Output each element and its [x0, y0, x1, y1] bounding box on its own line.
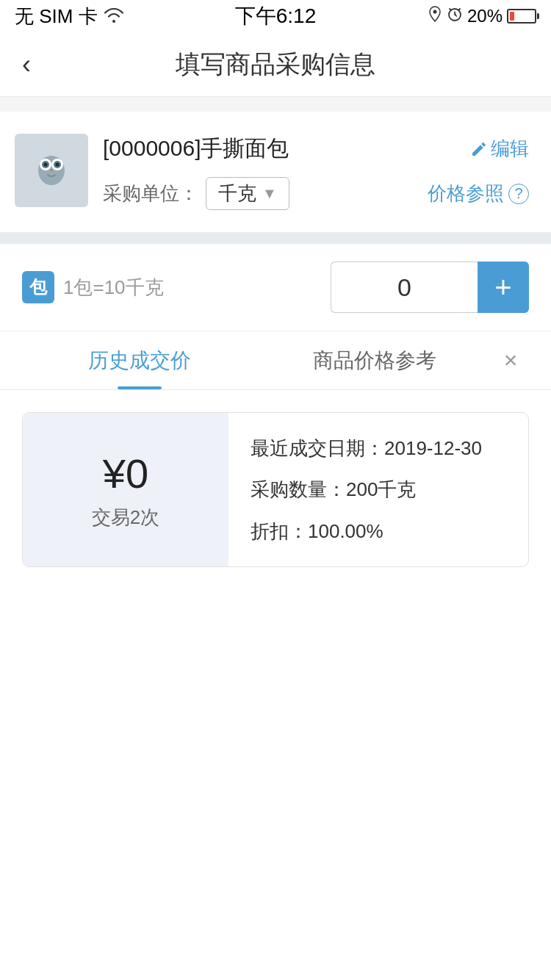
page-rest	[0, 589, 551, 980]
tab-panel: 历史成交价 商品价格参考 × ¥0 交易2次 最近成交日期：2019-12-30…	[0, 331, 551, 589]
purchase-qty-value: 200千克	[346, 478, 416, 500]
carrier-text: 无 SIM 卡	[15, 4, 98, 29]
quantity-plus-button[interactable]: +	[478, 262, 529, 313]
battery-percent: 20%	[467, 6, 503, 26]
price-right-panel: 最近成交日期：2019-12-30 采购数量：200千克 折扣：100.00%	[228, 413, 528, 566]
tab-history-price[interactable]: 历史成交价	[22, 331, 257, 389]
quantity-row: 包 1包=10千克 +	[0, 244, 551, 331]
unit-box: 包	[22, 271, 54, 303]
price-left-panel: ¥0 交易2次	[23, 413, 228, 566]
status-time: 下午6:12	[235, 2, 317, 30]
recent-date-label: 最近成交日期：	[251, 437, 384, 459]
tab-underline	[118, 386, 162, 389]
purchase-qty-label: 采购数量：	[251, 478, 346, 500]
tab-product-price-ref[interactable]: 商品价格参考	[257, 331, 492, 389]
price-value: 0	[126, 450, 148, 497]
quantity-input[interactable]	[331, 262, 478, 313]
status-left: 无 SIM 卡	[15, 4, 124, 29]
alarm-icon	[447, 6, 463, 26]
tab-history-price-label: 历史成交价	[88, 347, 191, 375]
recent-date-row: 最近成交日期：2019-12-30	[251, 435, 506, 461]
product-info: [0000006]手撕面包 编辑 采购单位： 千克 ▼	[103, 134, 529, 210]
tab-bar: 历史成交价 商品价格参考 ×	[0, 331, 551, 390]
discount-row: 折扣：100.00%	[251, 518, 506, 544]
battery-icon	[507, 9, 536, 24]
status-bar: 无 SIM 卡 下午6:12 20%	[0, 0, 551, 32]
price-ref-help-icon: ?	[508, 184, 529, 204]
nav-bar: ‹ 填写商品采购信息	[0, 32, 551, 97]
status-right: 20%	[428, 6, 536, 26]
recent-date-value: 2019-12-30	[384, 437, 482, 459]
wifi-icon	[104, 5, 124, 28]
product-thumbnail	[15, 134, 88, 207]
discount-value: 100.00%	[308, 520, 383, 542]
page-title: 填写商品采购信息	[176, 48, 375, 82]
svg-point-8	[56, 162, 60, 166]
svg-point-7	[44, 162, 48, 166]
svg-point-0	[433, 10, 436, 14]
price-amount: ¥0	[103, 450, 148, 497]
back-button[interactable]: ‹	[22, 49, 59, 80]
tab-close-button[interactable]: ×	[492, 342, 529, 379]
purchase-qty-row: 采购数量：200千克	[251, 476, 506, 502]
quantity-input-group: +	[331, 262, 529, 313]
price-ref-button[interactable]: 价格参照 ?	[428, 181, 529, 206]
price-trades: 交易2次	[92, 505, 159, 530]
price-content: ¥0 交易2次 最近成交日期：2019-12-30 采购数量：200千克 折扣：…	[0, 390, 551, 589]
product-card: [0000006]手撕面包 编辑 采购单位： 千克 ▼	[0, 112, 551, 232]
product-image-icon	[29, 145, 73, 196]
product-name: [0000006]手撕面包	[103, 134, 289, 164]
edit-button[interactable]: 编辑	[470, 136, 529, 162]
section-divider	[0, 232, 551, 244]
unit-selector[interactable]: 千克 ▼	[206, 177, 289, 210]
currency-symbol: ¥	[103, 450, 126, 497]
unit-label: 采购单位：	[103, 181, 198, 206]
unit-info: 包 1包=10千克	[22, 271, 164, 303]
tab-product-price-ref-label: 商品价格参考	[313, 347, 436, 375]
discount-label: 折扣：	[251, 520, 308, 542]
location-icon	[428, 6, 442, 26]
unit-conversion: 1包=10千克	[63, 275, 164, 300]
price-card: ¥0 交易2次 最近成交日期：2019-12-30 采购数量：200千克 折扣：…	[22, 412, 529, 567]
